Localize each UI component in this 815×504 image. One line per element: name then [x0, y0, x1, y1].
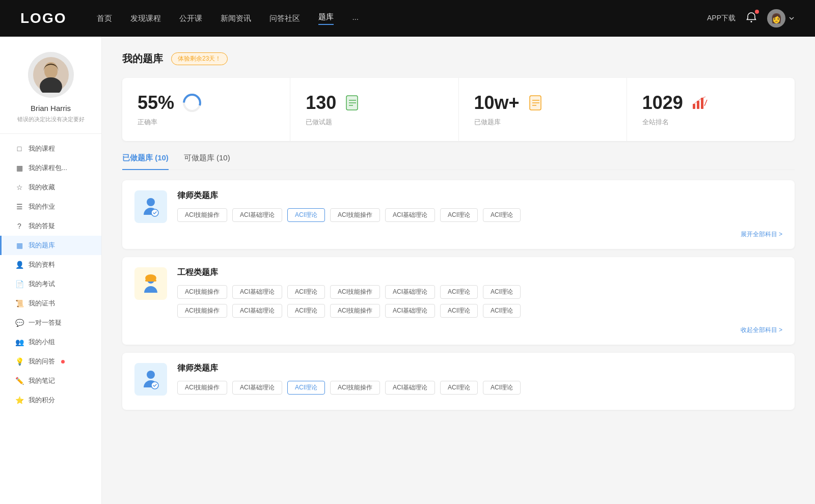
notification-bell[interactable] [746, 12, 757, 25]
tags-row-lawyer1: ACI技能操作 ACI基础理论 ACI理论 ACI技能操作 ACI基础理论 AC… [177, 208, 782, 222]
sidebar-item-my-qa[interactable]: ? 我的答疑 [0, 216, 101, 236]
sidebar-item-label: 我的积分 [29, 396, 55, 405]
sidebar-item-my-qbank[interactable]: ▦ 我的题库 [0, 236, 101, 255]
stat-done-value: 130 [306, 92, 336, 114]
nav-qbank[interactable]: 题库 [318, 12, 334, 25]
expand-link-lawyer1[interactable]: 展开全部科目 > [177, 227, 782, 239]
trial-badge: 体验剩余23天！ [171, 52, 228, 65]
tag-lawyer1-1[interactable]: ACI基础理论 [232, 208, 282, 222]
tag-engineer1-b6[interactable]: ACI理论 [483, 304, 521, 318]
sidebar-item-label: 我的题库 [29, 241, 55, 250]
tab-done[interactable]: 已做题库 (10) [122, 153, 169, 170]
sidebar-item-favorites[interactable]: ☆ 我的收藏 [0, 178, 101, 197]
sidebar-item-label: 我的小组 [29, 338, 55, 347]
tags-row-engineer1-a: ACI技能操作 ACI基础理论 ACI理论 ACI技能操作 ACI基础理论 AC… [177, 285, 782, 299]
my-notes-icon: ✏️ [15, 377, 23, 385]
tag-lawyer2-3[interactable]: ACI技能操作 [330, 381, 380, 395]
sidebar-item-homework[interactable]: ☰ 我的作业 [0, 197, 101, 216]
stat-accuracy-label: 正确率 [138, 118, 275, 127]
svg-point-0 [751, 21, 752, 22]
qbank-card-lawyer2: 律师类题库 ACI技能操作 ACI基础理论 ACI理论 ACI技能操作 ACI基… [122, 353, 795, 410]
tag-engineer1-b2[interactable]: ACI理论 [287, 304, 325, 318]
user-avatar-wrap[interactable]: 👩 [767, 9, 795, 27]
logo[interactable]: LOGO [20, 10, 66, 26]
tag-engineer1-b3[interactable]: ACI技能操作 [330, 304, 380, 318]
tag-engineer1-b0[interactable]: ACI技能操作 [177, 304, 227, 318]
svg-rect-20 [701, 98, 703, 109]
profile-avatar [28, 52, 74, 98]
sidebar-item-my-profile[interactable]: 👤 我的资料 [0, 255, 101, 274]
qbank-icon-lawyer2 [134, 363, 167, 396]
tag-lawyer2-6[interactable]: ACI理论 [483, 381, 521, 395]
certificate-icon: 📜 [15, 299, 23, 307]
svg-line-21 [704, 100, 707, 106]
profile-name: Brian Harris [0, 104, 101, 113]
app-download-button[interactable]: APP下载 [707, 14, 736, 23]
sidebar-item-label: 我的作业 [29, 202, 55, 211]
qbank-content-engineer1: 工程类题库 ACI技能操作 ACI基础理论 ACI理论 ACI技能操作 ACI基… [177, 267, 782, 334]
tag-engineer1-b5[interactable]: ACI理论 [440, 304, 478, 318]
nav-more[interactable]: ··· [352, 14, 359, 23]
tag-engineer1-a5[interactable]: ACI理论 [440, 285, 478, 299]
tab-available[interactable]: 可做题库 (10) [184, 153, 230, 170]
tag-lawyer1-0[interactable]: ACI技能操作 [177, 208, 227, 222]
sidebar-item-label: 我的资料 [29, 260, 55, 269]
sidebar-item-my-exam[interactable]: 📄 我的考试 [0, 274, 101, 294]
tag-lawyer1-5[interactable]: ACI理论 [440, 208, 478, 222]
sidebar-item-my-group[interactable]: 👥 我的小组 [0, 332, 101, 352]
tag-engineer1-a2[interactable]: ACI理论 [287, 285, 325, 299]
tag-lawyer1-2[interactable]: ACI理论 [287, 208, 325, 222]
tag-lawyer2-5[interactable]: ACI理论 [440, 381, 478, 395]
qbank-card-engineer1: 工程类题库 ACI技能操作 ACI基础理论 ACI理论 ACI技能操作 ACI基… [122, 257, 795, 345]
sidebar-item-course-package[interactable]: ▦ 我的课程包... [0, 158, 101, 178]
tag-lawyer1-3[interactable]: ACI技能操作 [330, 208, 380, 222]
collapse-link-engineer1[interactable]: 收起全部科目 > [177, 323, 782, 334]
tag-engineer1-a3[interactable]: ACI技能操作 [330, 285, 380, 299]
sidebar-item-label: 我的收藏 [29, 183, 55, 192]
tag-engineer1-a4[interactable]: ACI基础理论 [385, 285, 435, 299]
sidebar-item-label: 我的考试 [29, 279, 55, 289]
sidebar-item-certificate[interactable]: 📜 我的证书 [0, 294, 101, 313]
svg-point-22 [147, 198, 155, 206]
layout: Brian Harris 错误的决定比没有决定要好 □ 我的课程 ▦ 我的课程包… [0, 37, 815, 504]
my-qbank-icon: ▦ [15, 241, 23, 249]
nav-home[interactable]: 首页 [97, 14, 112, 23]
profile-motto: 错误的决定比没有决定要好 [0, 116, 101, 123]
nav-qa[interactable]: 问答社区 [269, 14, 300, 23]
svg-rect-26 [145, 279, 156, 282]
favorites-icon: ☆ [15, 183, 23, 191]
tag-lawyer2-2[interactable]: ACI理论 [287, 381, 325, 395]
nav-discover[interactable]: 发现课程 [130, 14, 161, 23]
qbank-title-lawyer2: 律师类题库 [177, 363, 782, 374]
chart-red-icon [690, 94, 709, 112]
sidebar-item-my-notes[interactable]: ✏️ 我的笔记 [0, 371, 101, 390]
tag-engineer1-a6[interactable]: ACI理论 [483, 285, 521, 299]
homework-icon: ☰ [15, 203, 23, 211]
tag-engineer1-b4[interactable]: ACI基础理论 [385, 304, 435, 318]
sidebar-item-1on1-qa[interactable]: 💬 一对一答疑 [0, 313, 101, 332]
tag-lawyer2-4[interactable]: ACI基础理论 [385, 381, 435, 395]
tag-engineer1-a0[interactable]: ACI技能操作 [177, 285, 227, 299]
tag-lawyer1-4[interactable]: ACI基础理论 [385, 208, 435, 222]
notification-dot [61, 360, 65, 363]
tag-lawyer2-0[interactable]: ACI技能操作 [177, 381, 227, 395]
nav-opencourse[interactable]: 公开课 [179, 14, 202, 23]
sidebar-item-my-points[interactable]: ⭐ 我的积分 [0, 390, 101, 410]
sidebar-item-label: 我的问答 [29, 357, 55, 366]
my-qa-icon: ? [15, 222, 23, 230]
stat-ranking: 1029 全站排名 [627, 78, 795, 141]
tag-lawyer1-6[interactable]: ACI理论 [483, 208, 521, 222]
tags-row-lawyer2: ACI技能操作 ACI基础理论 ACI理论 ACI技能操作 ACI基础理论 AC… [177, 381, 782, 395]
stat-accuracy-value: 55% [138, 92, 174, 114]
my-profile-icon: 👤 [15, 261, 23, 269]
tag-lawyer2-1[interactable]: ACI基础理论 [232, 381, 282, 395]
sidebar-item-my-course[interactable]: □ 我的课程 [0, 139, 101, 158]
stat-rank-label: 全站排名 [642, 118, 779, 127]
nav-news[interactable]: 新闻资讯 [221, 14, 251, 23]
tag-engineer1-a1[interactable]: ACI基础理论 [232, 285, 282, 299]
sidebar-item-my-questions[interactable]: 💡 我的问答 [0, 352, 101, 371]
stat-done-label: 已做试题 [306, 118, 443, 127]
svg-rect-19 [697, 101, 699, 109]
tag-engineer1-b1[interactable]: ACI基础理论 [232, 304, 282, 318]
sidebar-item-label: 一对一答疑 [29, 318, 62, 327]
